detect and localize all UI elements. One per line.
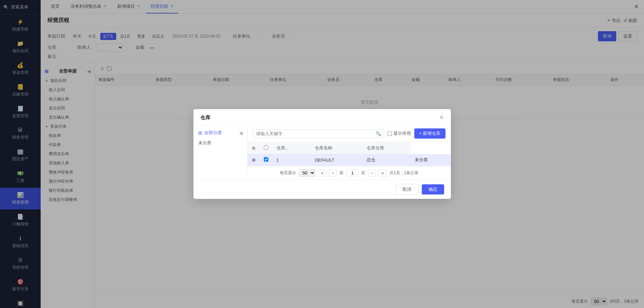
modal-header: 仓库 ✕ (193, 109, 451, 125)
wh-row-code: DEFAULT (311, 154, 362, 166)
category-panel: ⊞ 全部分类 ◀ 未分类 (193, 125, 248, 180)
page-number-input[interactable] (346, 169, 358, 177)
page-unit: 页 (361, 170, 365, 176)
modal-per-page-select[interactable]: 50 (299, 169, 315, 177)
cat-item-uncategorized[interactable]: 未分类 (193, 138, 247, 148)
all-category-header[interactable]: ⊞ 全部分类 ◀ (193, 128, 247, 138)
wh-select-all[interactable] (264, 145, 268, 150)
warehouse-modal: 仓库 ✕ ⊞ 全部分类 ◀ 未分类 🔍 (193, 109, 451, 199)
page-first-btn[interactable]: « (318, 169, 327, 177)
wh-col-settings: ⚙ (248, 142, 260, 154)
show-disabled-label[interactable]: 显示停用 (388, 130, 411, 137)
warehouse-row[interactable]: ⚙ 1 DEFAULT 总仓 未分类 (248, 154, 451, 166)
cat-collapse-icon[interactable]: ◀ (239, 130, 243, 136)
modal-title: 仓库 (200, 115, 210, 121)
wh-row-name: 总仓 (362, 154, 411, 166)
page-next-btn[interactable]: › (368, 169, 375, 177)
wh-row-settings: ⚙ (248, 154, 260, 166)
modal-close-button[interactable]: ✕ (439, 114, 444, 121)
modal-body: ⊞ 全部分类 ◀ 未分类 🔍 显示停用 + 新增仓库 (193, 125, 451, 180)
cancel-button[interactable]: 取消 (395, 184, 418, 195)
page-total: 共1页，1条记录 (390, 170, 418, 176)
show-disabled-checkbox[interactable] (388, 131, 392, 136)
modal-footer: 取消 确定 (193, 180, 451, 199)
wh-col-name: 仓库名称 (311, 142, 362, 154)
wh-col-code: 仓库... (272, 142, 311, 154)
wh-row-check[interactable] (264, 157, 268, 162)
page-prev-btn[interactable]: ‹ (329, 169, 337, 177)
wh-col-checkbox (260, 142, 272, 154)
page-label: 第 (339, 170, 344, 176)
search-icon: 🔍 (376, 131, 381, 136)
wh-row-num: 1 (272, 154, 311, 166)
cat-grid-icon: ⊞ (198, 130, 202, 136)
page-last-btn[interactable]: » (378, 169, 387, 177)
add-warehouse-button[interactable]: + 新增仓库 (414, 128, 445, 139)
modal-overlay: 仓库 ✕ ⊞ 全部分类 ◀ 未分类 🔍 (0, 0, 644, 308)
warehouse-table: ⚙ 仓库... 仓库名称 仓库分类 ⚙ 1 (248, 142, 451, 166)
warehouse-table-wrapper: ⚙ 仓库... 仓库名称 仓库分类 ⚙ 1 (248, 142, 451, 166)
wh-col-category: 仓库分类 (362, 142, 411, 154)
confirm-button[interactable]: 确定 (422, 184, 444, 194)
warehouse-footer: 每页显示 50 « ‹ 第 页 › » 共1页，1条记录 (248, 166, 451, 180)
warehouse-search-input[interactable] (256, 131, 375, 136)
search-box: 🔍 (253, 129, 385, 138)
warehouse-toolbar: 🔍 显示停用 + 新增仓库 (248, 125, 451, 142)
wh-row-category: 未分类 (411, 154, 451, 166)
warehouse-panel: 🔍 显示停用 + 新增仓库 ⚙ 仓库... (248, 125, 451, 180)
per-page-label: 每页显示 (280, 170, 296, 176)
all-category-label: 全部分类 (204, 130, 222, 136)
wh-row-checkbox[interactable] (260, 154, 272, 166)
warehouse-header-row: ⚙ 仓库... 仓库名称 仓库分类 (248, 142, 451, 154)
